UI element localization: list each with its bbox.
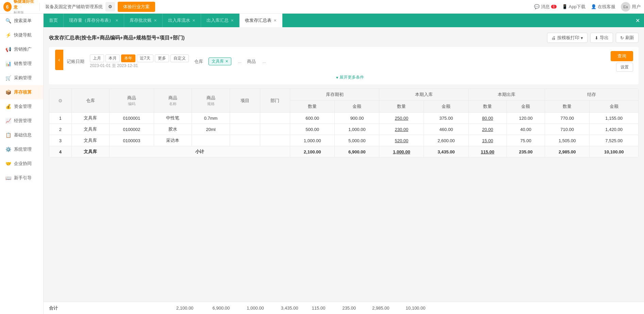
cell-init-qty: 500.00 (290, 124, 335, 135)
sidebar-item-collab[interactable]: 🤝 企业协同 (0, 156, 43, 171)
query-btn[interactable]: 查询 (611, 51, 633, 61)
tab-label: 出入库流水 (168, 17, 190, 23)
settings-icon[interactable]: ⚙ (105, 2, 115, 12)
export-btn[interactable]: ⬇ 导出 (590, 33, 613, 43)
date-btn-this-month[interactable]: 本月 (105, 54, 120, 62)
sidebar-item-purchase[interactable]: 🛒 采购管理 (0, 71, 43, 85)
tab-inout-summary[interactable]: 出入库汇总 ✕ (201, 14, 240, 27)
cell-in-qty[interactable]: 230.00 (379, 124, 424, 135)
download-icon: 📱 (562, 4, 567, 9)
date-btn-7days[interactable]: 近7天 (137, 54, 153, 62)
sidebar-item-label: 销售管理 (14, 61, 32, 67)
warehouse-tag-value: 文具库 (212, 59, 224, 64)
tab-close-icon[interactable]: ✕ (115, 18, 118, 23)
subtotal-in-qty[interactable]: 1,000.00 (379, 146, 424, 158)
cell-init-qty: 1,000.00 (290, 135, 335, 146)
total-bal-amt: 10,100.00 (406, 305, 426, 311)
tab-stock-summary[interactable]: 收发存汇总表 ✕ (240, 14, 282, 27)
sidebar-item-label: 采购管理 (14, 75, 32, 81)
th-out-qty: 数量 (468, 101, 507, 113)
set-btn[interactable]: 设置 (616, 63, 633, 72)
filter-collapse-btn[interactable]: ‹ (55, 50, 63, 70)
refresh-btn[interactable]: ↻ 刷新 (616, 33, 639, 43)
tab-close-icon[interactable]: ✕ (154, 18, 157, 23)
cell-out-qty[interactable]: 20.00 (468, 124, 507, 135)
subtotal-in-amt: 3,435.00 (424, 146, 468, 158)
app-download-label: App下载 (569, 4, 585, 10)
sidebar-item-label: 新手引导 (14, 175, 32, 181)
guide-icon: 📖 (5, 175, 11, 181)
cell-bal-amt: 7,525.00 (590, 135, 639, 146)
sidebar-item-quick[interactable]: ⚡ 快捷导航 (0, 28, 43, 42)
tab-home[interactable]: 首页 (44, 14, 64, 27)
table-settings-icon[interactable]: ⚙ (58, 98, 63, 103)
date-btn-this-year[interactable]: 本年 (121, 54, 135, 62)
try-btn[interactable]: 体验行业方案 (118, 2, 155, 12)
tab-close-icon[interactable]: ✕ (274, 18, 277, 23)
sidebar-item-label: 营销推广 (14, 46, 32, 52)
cell-in-qty[interactable]: 520.00 (379, 135, 424, 146)
cell-no: 3 (49, 135, 72, 146)
total-in-amt: 3,435.00 (281, 305, 298, 311)
cell-spec: 0.7mm (192, 113, 230, 124)
cell-in-qty[interactable]: 250.00 (379, 113, 424, 124)
sidebar-item-guide[interactable]: 📖 新手引导 (0, 171, 43, 185)
basic-icon: 📋 (5, 132, 11, 138)
tab-label: 收发存汇总表 (245, 17, 271, 23)
sidebar-item-basic[interactable]: 📋 基础信息 (0, 128, 43, 142)
tab-inventory-dist[interactable]: 现存量（库存分布表） ✕ (64, 14, 124, 27)
cell-in-amt: 460.00 (424, 124, 468, 135)
cell-spec (192, 135, 230, 146)
tab-bar: 首页 现存量（库存分布表） ✕ 库存批次账 ✕ 出入库流水 ✕ 出入库汇总 ✕ (44, 14, 644, 27)
date-btn-last-month[interactable]: 上月 (90, 54, 104, 62)
online-service-label: 在线客服 (598, 4, 615, 10)
warehouse-tag-close[interactable]: ✕ (225, 59, 228, 64)
warehouse-label: 仓库 (194, 59, 203, 65)
sidebar-item-sales[interactable]: 📊 销售管理 (0, 56, 43, 71)
tab-inout-flow[interactable]: 出入库流水 ✕ (163, 14, 201, 27)
sidebar-item-inventory[interactable]: 📦 库存核算 (0, 85, 43, 99)
th-settings[interactable]: ⚙ (49, 89, 72, 113)
subtotal-bal-qty: 2,985.00 (545, 146, 590, 158)
filter-row: 记账日期 上月 本月 本年 近7天 更多 自定义 (67, 51, 633, 72)
tab-close-icon[interactable]: ✕ (192, 18, 195, 23)
cell-code: 0100001 (109, 113, 154, 124)
subtotal-out-qty[interactable]: 115.00 (468, 146, 507, 158)
sidebar-item-label: 企业协同 (14, 161, 32, 167)
th-out-amt: 金额 (507, 101, 545, 113)
user-label: 用户 (632, 4, 641, 10)
sidebar-item-search[interactable]: 🔍 搜索菜单 (0, 14, 43, 28)
subtotal-init-qty: 2,100.00 (290, 146, 335, 158)
goods-more-btn[interactable]: ... (263, 59, 266, 64)
sidebar-item-marketing[interactable]: 📢 营销推广 (0, 42, 43, 56)
tab-batch[interactable]: 库存批次账 ✕ (124, 14, 163, 27)
cell-name: 中性笔 (154, 113, 192, 124)
page-actions: 🖨 按模板打印 ▾ ⬇ 导出 ↻ 刷新 (547, 33, 639, 43)
cell-out-qty[interactable]: 15.00 (468, 135, 507, 146)
sidebar-item-management[interactable]: 📈 经营管理 (0, 114, 43, 128)
tab-close-all[interactable]: ✕ (631, 14, 644, 27)
app-download-btn[interactable]: 📱 App下载 (562, 4, 585, 10)
date-btn-more[interactable]: 更多 (155, 54, 169, 62)
expand-btn[interactable]: ▾ 展开更多条件 (336, 75, 364, 80)
tab-close-icon[interactable]: ✕ (231, 18, 234, 23)
filter-more-btn[interactable]: ... (238, 59, 242, 64)
message-btn[interactable]: 💬 消息 6 (534, 4, 557, 10)
collab-icon: 🤝 (5, 161, 11, 166)
subtotal-row: 4 文具库 小计 2,100.00 6,900.00 1,000.00 3,43… (49, 146, 639, 158)
sidebar-item-finance[interactable]: 💰 资金管理 (0, 99, 43, 114)
sidebar-item-system[interactable]: ⚙️ 系统管理 (0, 142, 43, 156)
print-btn[interactable]: 🖨 按模板打印 ▾ (547, 33, 588, 43)
online-service-btn[interactable]: 👤 在线客服 (591, 4, 615, 10)
cell-code: 0100003 (109, 135, 154, 146)
th-group-out: 本期出库 (468, 89, 545, 101)
cell-bal-qty: 710.00 (545, 124, 590, 135)
cell-dept (260, 113, 290, 124)
date-btn-custom[interactable]: 自定义 (170, 54, 189, 62)
tab-label: 现存量（库存分布表） (69, 17, 113, 23)
filter-section: ‹ 记账日期 上月 本月 本年 近7天 (49, 47, 639, 84)
user-btn[interactable]: Ea 用户 (621, 2, 641, 12)
cell-bal-amt: 1,155.00 (590, 113, 639, 124)
page-content: 收发存汇总表(按仓库+商品编码+商品+规格型号+项目+部门) 🖨 按模板打印 ▾… (44, 27, 644, 302)
cell-out-qty[interactable]: 80.00 (468, 113, 507, 124)
